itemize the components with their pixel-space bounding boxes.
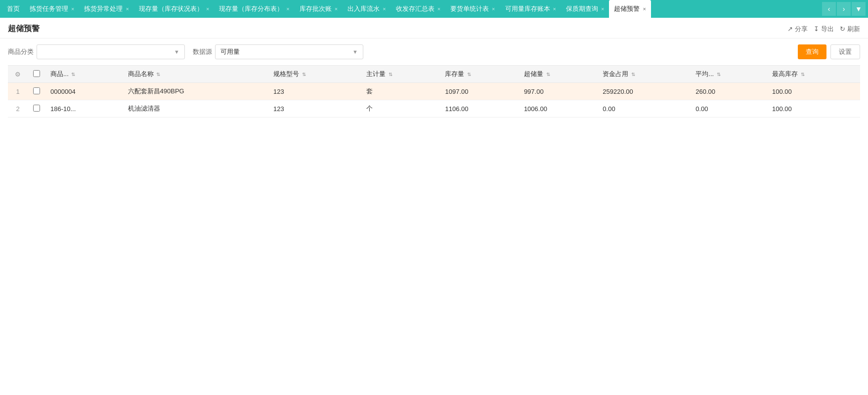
nav-tab-4-label: 现存量（库存分布表）: [219, 4, 283, 13]
nav-tab-7-close[interactable]: ×: [437, 6, 440, 12]
nav-tab-3[interactable]: 现存量（库存状况表） ×: [134, 0, 214, 18]
th-max-stock[interactable]: 最高库存 ⇅: [767, 66, 860, 83]
sort-icon-max: ⇅: [801, 72, 805, 77]
cell-max-stock: 100.00: [767, 100, 860, 118]
filter-bar: 商品分类 ▼ 数据源 可用量 ▼ 查询 设置: [0, 39, 868, 65]
row-checkbox[interactable]: [33, 87, 40, 94]
th-unit-label: 主计量: [366, 70, 386, 78]
nav-tab-active[interactable]: 超储预警 ×: [609, 0, 651, 18]
datasource-select[interactable]: 可用量 ▼: [215, 44, 363, 59]
sort-icon-capital: ⇅: [631, 72, 635, 77]
select-all-checkbox[interactable]: [33, 70, 40, 77]
cell-overstock: 1006.00: [519, 100, 598, 118]
nav-tab-4-close[interactable]: ×: [286, 6, 289, 12]
refresh-button[interactable]: ↻ 刷新: [840, 25, 860, 34]
category-label: 商品分类: [8, 47, 34, 56]
nav-tab-active-close[interactable]: ×: [643, 6, 646, 12]
data-table: ⚙ 商品... ⇅ 商品名称 ⇅ 规格型号 ⇅: [8, 65, 860, 118]
nav-tab-home-label: 首页: [7, 4, 20, 13]
nav-tab-9-label: 可用量库存账本: [505, 4, 550, 13]
page-header: 超储预警 ↗ 分享 ↧ 导出 ↻ 刷新: [0, 18, 868, 39]
th-capital[interactable]: 资金占用 ⇅: [598, 66, 691, 83]
datasource-label: 数据源: [193, 47, 212, 56]
checkbox-header: [28, 66, 45, 83]
cell-spec: 123: [268, 100, 361, 118]
sort-icon-stock: ⇅: [467, 72, 471, 77]
nav-tab-3-label: 现存量（库存状况表）: [139, 4, 203, 13]
share-label: 分享: [795, 25, 808, 34]
cell-stock: 1106.00: [440, 100, 519, 118]
cell-stock: 1097.00: [440, 83, 519, 100]
query-button[interactable]: 查询: [798, 44, 826, 59]
chevron-down-icon: ▼: [174, 49, 179, 55]
nav-tab-5-label: 库存批次账: [300, 4, 332, 13]
nav-tab-7[interactable]: 收发存汇总表 ×: [391, 0, 445, 18]
nav-tab-9-close[interactable]: ×: [553, 6, 556, 12]
nav-tab-2-close[interactable]: ×: [126, 6, 129, 12]
nav-tab-3-close[interactable]: ×: [206, 6, 209, 12]
nav-tab-6-label: 出入库流水: [347, 4, 380, 13]
page-content: 超储预警 ↗ 分享 ↧ 导出 ↻ 刷新 商品分类 ▼ 数据源: [0, 18, 868, 395]
sort-icon-spec: ⇅: [302, 72, 306, 77]
settings-gear-icon[interactable]: ⚙: [15, 71, 21, 78]
nav-next-button[interactable]: ›: [837, 2, 851, 16]
refresh-icon: ↻: [840, 25, 845, 33]
header-actions: ↗ 分享 ↧ 导出 ↻ 刷新: [787, 25, 860, 34]
th-avg[interactable]: 平均... ⇅: [691, 66, 767, 83]
th-product-name-label: 商品名称: [128, 70, 154, 78]
datasource-select-value: 可用量: [220, 47, 349, 56]
nav-tab-active-label: 超储预警: [614, 4, 640, 13]
nav-tab-10[interactable]: 保质期查询 ×: [561, 0, 609, 18]
th-avg-label: 平均...: [695, 70, 714, 78]
share-icon: ↗: [787, 25, 793, 33]
nav-tab-10-close[interactable]: ×: [601, 6, 604, 12]
datasource-filter: 数据源 可用量 ▼: [193, 44, 363, 59]
cell-product-code: 186-10...: [45, 100, 123, 118]
sort-icon-code: ⇅: [71, 72, 75, 77]
nav-tab-5[interactable]: 库存批次账 ×: [295, 0, 343, 18]
share-button[interactable]: ↗ 分享: [787, 25, 808, 34]
row-checkbox-cell: [28, 100, 45, 118]
cell-max-stock: 100.00: [767, 83, 860, 100]
nav-tab-8-close[interactable]: ×: [492, 6, 495, 12]
row-number: 2: [8, 100, 28, 118]
th-spec[interactable]: 规格型号 ⇅: [268, 66, 361, 83]
row-number: 1: [8, 83, 28, 100]
cell-spec: 123: [268, 83, 361, 100]
nav-tab-9[interactable]: 可用量库存账本 ×: [500, 0, 561, 18]
cell-avg: 260.00: [691, 83, 767, 100]
cell-product-code: 0000004: [45, 83, 123, 100]
nav-prev-button[interactable]: ‹: [822, 2, 836, 16]
row-checkbox[interactable]: [33, 105, 40, 112]
th-unit[interactable]: 主计量 ⇅: [361, 66, 440, 83]
nav-tab-1-label: 拣货任务管理: [30, 4, 68, 13]
cell-product-name: 机油滤清器: [123, 100, 269, 118]
nav-tab-home[interactable]: 首页: [2, 0, 25, 18]
th-stock[interactable]: 库存量 ⇅: [440, 66, 519, 83]
sort-icon-name: ⇅: [156, 72, 160, 77]
th-product-name[interactable]: 商品名称 ⇅: [123, 66, 269, 83]
nav-tab-1[interactable]: 拣货任务管理 ×: [25, 0, 79, 18]
nav-tab-6[interactable]: 出入库流水 ×: [343, 0, 391, 18]
nav-more-button[interactable]: ▼: [852, 2, 866, 16]
nav-tab-10-label: 保质期查询: [566, 4, 598, 13]
nav-tab-2[interactable]: 拣货异常处理 ×: [79, 0, 133, 18]
table-container: ⚙ 商品... ⇅ 商品名称 ⇅ 规格型号 ⇅: [0, 65, 868, 118]
th-max-stock-label: 最高库存: [772, 70, 798, 78]
th-spec-label: 规格型号: [273, 70, 299, 78]
th-product-code[interactable]: 商品... ⇅: [45, 66, 123, 83]
cell-unit: 套: [361, 83, 440, 100]
th-overstock[interactable]: 超储量 ⇅: [519, 66, 598, 83]
nav-tab-5-close[interactable]: ×: [335, 6, 338, 12]
table-row: 1 0000004 六配套新昌490BPG 123 套 1097.00 997.…: [8, 83, 860, 100]
nav-tab-6-close[interactable]: ×: [383, 6, 386, 12]
nav-tab-4[interactable]: 现存量（库存分布表） ×: [214, 0, 294, 18]
nav-tab-1-close[interactable]: ×: [71, 6, 74, 12]
table-header-row: ⚙ 商品... ⇅ 商品名称 ⇅ 规格型号 ⇅: [8, 66, 860, 83]
nav-tab-8-label: 要货单统计表: [450, 4, 489, 13]
settings-button[interactable]: 设置: [830, 44, 860, 59]
category-select[interactable]: ▼: [37, 44, 185, 59]
export-button[interactable]: ↧ 导出: [814, 25, 834, 34]
nav-tab-8[interactable]: 要货单统计表 ×: [445, 0, 500, 18]
cell-capital: 259220.00: [598, 83, 691, 100]
